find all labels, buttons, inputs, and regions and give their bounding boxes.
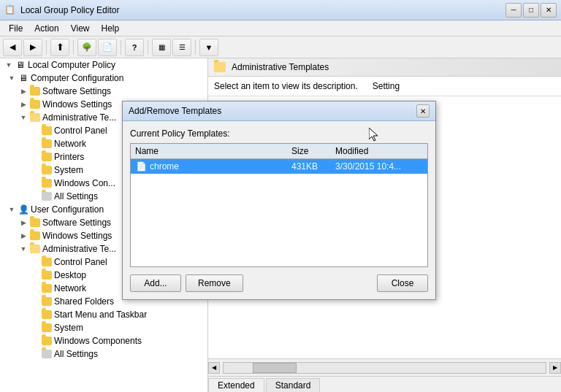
right-header: Select an item to view its description. …	[208, 77, 561, 96]
tree-label-printers: Printers	[54, 152, 84, 162]
tab-extended[interactable]: Extended	[208, 378, 264, 392]
toolbar-separator-5	[195, 40, 196, 55]
tree-label-cp-2: Control Panel	[54, 257, 107, 267]
tree-label-shared: Shared Folders	[54, 296, 114, 307]
folder-icon-cp-1	[41, 125, 53, 137]
add-remove-templates-dialog: Add/Remove Templates ✕ Current Policy Te…	[122, 101, 436, 300]
col-modified: Modified	[335, 146, 423, 156]
close-button[interactable]: Close	[377, 274, 428, 292]
maximize-button[interactable]: □	[523, 3, 539, 18]
tree-toggle-windows[interactable]: ▶	[18, 99, 29, 110]
tree-item-all-settings-2[interactable]: ▶ All Settings	[0, 347, 207, 361]
tree-item-computer-config[interactable]: ▼ 🖥 Computer Configuration	[0, 72, 207, 85]
window-controls: ─ □ ✕	[505, 3, 557, 18]
folder-icon-system-2	[41, 322, 53, 334]
tab-standard[interactable]: Standard	[266, 378, 321, 392]
folder-icon-network-2	[41, 283, 53, 294]
remove-button[interactable]: Remove	[186, 274, 243, 292]
close-button[interactable]: ✕	[541, 3, 557, 18]
folder-icon-software-2	[29, 217, 41, 228]
modal-footer: Add... Remove Close	[130, 274, 428, 292]
tree-toggle-computer-config[interactable]: ▼	[6, 72, 18, 84]
folder-icon-desktop	[41, 269, 53, 281]
modal-title-bar: Add/Remove Templates ✕	[123, 101, 435, 121]
back-button[interactable]: ◀	[3, 39, 22, 56]
tree-toggle-root[interactable]: ▼	[3, 59, 15, 71]
filter-button[interactable]: ▼	[199, 39, 218, 56]
admin-header-icon	[214, 61, 226, 73]
show-hide-tree[interactable]: 🌳	[77, 39, 96, 56]
toolbar-separator-1	[46, 40, 47, 55]
minimize-button[interactable]: ─	[505, 3, 522, 18]
export-button[interactable]: 📄	[98, 39, 117, 56]
tree-toggle-admin-2[interactable]: ▼	[18, 243, 29, 255]
h-scrollbar[interactable]	[223, 362, 546, 374]
computer-config-icon: 🖥	[18, 72, 29, 84]
folder-icon-admin-1	[29, 112, 41, 123]
view-btn-1[interactable]: ▦	[152, 39, 171, 56]
setting-col-label: Setting	[373, 81, 400, 91]
up-button[interactable]: ⬆	[50, 39, 69, 56]
menu-view[interactable]: View	[65, 22, 96, 35]
help-button[interactable]: ?	[125, 39, 144, 56]
menu-file[interactable]: File	[3, 22, 28, 35]
tree-root-label: Local Computer Policy	[28, 60, 115, 70]
folder-icon-admin-2	[29, 243, 41, 255]
tree-toggle-software[interactable]: ▶	[18, 85, 29, 97]
tree-item-software-settings[interactable]: ▶ Software Settings	[0, 85, 207, 98]
tree-toggle-software-2[interactable]: ▶	[18, 217, 29, 228]
user-config-icon: 👤	[18, 204, 29, 215]
folder-icon-network-1	[41, 138, 53, 150]
folder-icon-wincomp-2	[41, 335, 53, 347]
view-btn-2[interactable]: ☰	[172, 39, 191, 56]
tree-label-windows-2: Windows Settings	[42, 231, 112, 241]
app-icon: 📋	[4, 4, 16, 16]
tree-label-wincomp-2: Windows Components	[54, 336, 142, 346]
tree-root[interactable]: ▼ 🖥 Local Computer Policy	[0, 58, 207, 72]
toolbar-separator-3	[121, 40, 121, 55]
tree-item-wincomp-2[interactable]: ▶ Windows Components	[0, 334, 207, 347]
toolbar-separator-2	[73, 40, 74, 55]
forward-button[interactable]: ▶	[23, 39, 42, 56]
tree-label-system-2: System	[54, 323, 83, 333]
folder-icon-windows-2	[29, 230, 41, 242]
scroll-left-btn[interactable]: ◀	[208, 362, 220, 374]
modal-body: Current Policy Templates: Name Size Modi…	[123, 121, 435, 299]
modal-close-x-button[interactable]: ✕	[416, 104, 430, 118]
title-bar: 📋 Local Group Policy Editor ─ □ ✕	[0, 0, 561, 20]
menu-bar: File Action View Help	[0, 20, 561, 36]
col-size: Size	[291, 146, 335, 156]
modal-title: Add/Remove Templates	[129, 106, 221, 116]
policy-templates-list[interactable]: Name Size Modified 📄 chrome 431KB 3/30/2…	[130, 143, 428, 267]
tree-toggle-user-config[interactable]: ▼	[6, 204, 18, 215]
folder-icon-cp-2	[41, 256, 53, 268]
tree-label-wincomp-1: Windows Con...	[54, 178, 115, 188]
description-text: Select an item to view its description.	[214, 81, 358, 91]
list-header: Name Size Modified	[131, 144, 427, 159]
menu-action[interactable]: Action	[28, 22, 64, 35]
tree-label-system-1: System	[54, 165, 83, 175]
folder-icon-system-1	[41, 164, 53, 176]
folder-icon-printers	[41, 151, 53, 163]
add-button[interactable]: Add...	[130, 274, 181, 292]
tree-label-start: Start Menu and Taskbar	[54, 310, 147, 320]
file-icon: 📄	[135, 161, 147, 172]
menu-help[interactable]: Help	[96, 22, 126, 35]
tree-label-admin-2: Administrative Te...	[42, 244, 116, 254]
tree-label-all-1: All Settings	[54, 191, 98, 201]
tree-item-start-menu[interactable]: ▶ Start Menu and Taskbar	[0, 308, 207, 321]
folder-icon-all-1	[41, 191, 53, 202]
folder-icon-windows	[29, 99, 41, 110]
tree-label-computer-config: Computer Configuration	[31, 73, 123, 83]
window-title: Local Group Policy Editor	[20, 5, 119, 15]
folder-icon-software	[29, 85, 41, 97]
toolbar: ◀ ▶ ⬆ 🌳 📄 ? ▦ ☰ ▼	[0, 36, 561, 58]
tree-toggle-admin-1[interactable]: ▼	[18, 112, 29, 123]
tree-label-cp-1: Control Panel	[54, 126, 107, 136]
list-item[interactable]: 📄 chrome 431KB 3/30/2015 10:4...	[131, 159, 427, 174]
tree-item-system-2[interactable]: ▶ System	[0, 321, 207, 334]
tree-label-software-2: Software Settings	[42, 218, 111, 228]
scroll-thumb[interactable]	[253, 363, 297, 373]
scroll-right-btn[interactable]: ▶	[549, 362, 561, 374]
tree-toggle-windows-2[interactable]: ▶	[18, 230, 29, 242]
